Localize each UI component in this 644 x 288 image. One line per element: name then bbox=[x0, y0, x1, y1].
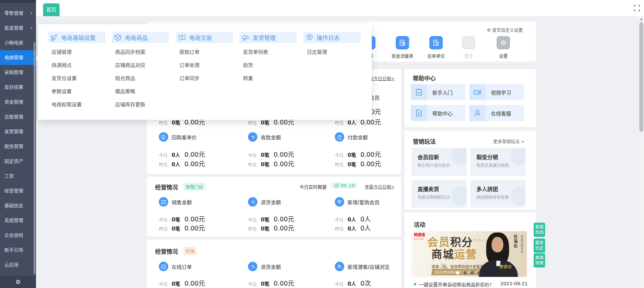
sidebar-item-fixed-assets[interactable]: 固定资产 bbox=[0, 154, 36, 169]
sidebar-item-basic-info[interactable]: 基础信息 bbox=[0, 198, 36, 213]
metric-members: 新增/复购会员 bbox=[335, 197, 380, 207]
app-cashflow[interactable]: 现金流量表 bbox=[386, 36, 419, 59]
count: 0笔 bbox=[172, 281, 181, 287]
menu-item-order-sync[interactable]: 订单同步 bbox=[179, 75, 200, 82]
megamenu-group-title: 操作日志 bbox=[317, 33, 339, 42]
activity-panel: 活动 畅捷通Chanjet POINTS MALL 会员积分 商城运营 简单3招… bbox=[404, 213, 536, 288]
float-button-desktop-shortcut[interactable]: 桌面快捷 bbox=[534, 253, 545, 267]
menu-item-express-outlets[interactable]: 快递网点 bbox=[51, 62, 72, 69]
homepage-customize-link[interactable]: ⚙ 首页自定义设置 bbox=[487, 27, 523, 33]
sidebar-settings-gear-icon[interactable]: ⚙ bbox=[0, 276, 36, 288]
metric-row: 今日0笔0.00元 bbox=[159, 280, 205, 287]
metric-sales: 销售金额 bbox=[159, 197, 192, 207]
sidebar-item-payroll[interactable]: 工资 bbox=[0, 169, 36, 183]
sidebar-item-wholesale[interactable]: 批发管理▾ bbox=[0, 21, 36, 35]
count: 0笔 bbox=[348, 161, 357, 168]
menu-item-parameter-settings[interactable]: 参数设置 bbox=[51, 88, 72, 95]
menu-item-warehouse-settings[interactable]: 发货仓设置 bbox=[51, 75, 77, 82]
tab-home[interactable]: 首页 bbox=[43, 3, 60, 16]
banner-headline-1: 会员积分 bbox=[427, 237, 473, 248]
activity-banner[interactable]: 畅捷通Chanjet POINTS MALL 会员积分 商城运营 简单3招，有效… bbox=[412, 231, 527, 277]
app-settings[interactable]: ⚙ 设置 bbox=[487, 36, 520, 59]
menu-item-store-management[interactable]: 店铺管理 bbox=[51, 49, 72, 56]
sidebar-item-purchasing[interactable]: 采购管理 bbox=[0, 65, 36, 80]
period: 昨日 bbox=[335, 226, 348, 232]
amount: 0.00元 bbox=[274, 216, 294, 222]
menu-item-original-orders[interactable]: 原始订单 bbox=[179, 49, 200, 56]
shop-metrics: 在线订单 退货金额 新增潜客/店铺浏览 今日0笔0.00元 今日0笔0.00元 … bbox=[147, 240, 401, 288]
app-empty[interactable]: icon 暂无 bbox=[452, 36, 486, 59]
count: 0笔 bbox=[261, 161, 270, 168]
metric-row: 今日0人0次 bbox=[335, 280, 371, 287]
sidebar-item-enterprise-collaboration[interactable]: 企业协同 bbox=[0, 228, 36, 243]
fullscreen-icon[interactable] bbox=[634, 5, 640, 11]
app-partners[interactable]: 往来单位 bbox=[419, 36, 453, 59]
carousel-dot[interactable] bbox=[470, 271, 474, 275]
sidebar-item-retail[interactable]: 零售管理▾ bbox=[0, 6, 36, 21]
marketing-card-title: 会员拉新 bbox=[418, 153, 439, 161]
menu-item-gift-strategy[interactable]: 赠品策略 bbox=[115, 88, 135, 95]
megamenu-group-title: 电商交易 bbox=[189, 33, 212, 42]
marketing-card-member[interactable]: 会员拉新 吸引用户成为会员 bbox=[412, 148, 467, 176]
carousel-dot[interactable] bbox=[463, 271, 467, 275]
marketing-card-livestream[interactable]: 直播卖货 场景式购物新玩法 bbox=[412, 180, 467, 208]
panel-title: 帮助中心 bbox=[413, 74, 436, 82]
help-item-getting-started[interactable]: 新手入门 bbox=[411, 84, 465, 100]
amount: 0次 bbox=[360, 280, 371, 287]
headset-agent-icon bbox=[469, 105, 486, 121]
menu-item-log-management[interactable]: 日志管理 bbox=[307, 49, 327, 56]
help-item-help-center[interactable]: 帮助中心 bbox=[411, 105, 465, 121]
float-button-community[interactable]: 服务社区 bbox=[534, 239, 545, 253]
count: 0人 bbox=[172, 161, 181, 168]
megamenu-group-title: 发货管理 bbox=[253, 33, 276, 42]
help-item-online-service[interactable]: 在线客服 bbox=[469, 105, 524, 121]
sidebar-item-system-management[interactable]: 系统管理 bbox=[0, 213, 36, 228]
caret-down-icon: ▾ bbox=[31, 21, 32, 35]
more-marketing-link[interactable]: 更多营销玩法 > bbox=[493, 138, 525, 144]
float-button-hotline[interactable]: 客服热线 bbox=[534, 223, 545, 237]
megamenu-col-logs: 操作日志 日志管理 bbox=[303, 32, 361, 43]
menu-item-weighing[interactable]: 称重 bbox=[243, 75, 253, 82]
marketing-card-title: 直播卖货 bbox=[418, 185, 439, 193]
sidebar-item-cloud-apps[interactable]: 云应用 bbox=[0, 257, 36, 272]
calendar-check-icon bbox=[159, 262, 168, 271]
page-scrollbar-thumb[interactable] bbox=[639, 22, 643, 132]
carousel-dot[interactable] bbox=[477, 271, 480, 275]
marketing-card-fission[interactable]: 裂变分销 裂变式发展分销商 bbox=[470, 148, 526, 176]
metric-visitors: 新增潜客/店铺浏览 bbox=[335, 262, 390, 271]
metric-label: 付款金额 bbox=[348, 134, 368, 141]
metric-row: 今日0人0人 bbox=[335, 216, 371, 222]
sidebar-item-xiaochang-ecommerce[interactable]: 小畅电商 bbox=[0, 35, 36, 50]
menu-item-combo-products[interactable]: 组合商品 bbox=[115, 75, 135, 82]
sidebar-item-ecommerce-management[interactable]: 电商管理 bbox=[0, 50, 36, 65]
sidebar-item-tax[interactable]: 税务管理 bbox=[0, 139, 36, 154]
metric-label: 新增/复购会员 bbox=[348, 199, 380, 206]
count: 0人 bbox=[172, 152, 181, 158]
sidebar-item-beginner-guide[interactable]: 新手引导 bbox=[0, 243, 36, 257]
carousel-dot-active[interactable] bbox=[456, 271, 459, 275]
page-scrollbar[interactable]: ▲ bbox=[639, 16, 644, 288]
menu-item-store-product-mapping[interactable]: 店铺商品对应 bbox=[115, 62, 145, 69]
menu-item-shipment-list[interactable]: 发货单列表 bbox=[243, 49, 268, 56]
customize-label: 首页自定义设置 bbox=[492, 28, 523, 33]
help-item-video[interactable]: 视频学习 bbox=[469, 84, 524, 100]
menu-item-inspection[interactable]: 验货 bbox=[243, 62, 253, 69]
sidebar-item-general-ledger[interactable]: 总账管理 bbox=[0, 109, 36, 124]
amount: 0.00元 bbox=[184, 225, 205, 231]
sidebar-item-invoices[interactable]: 发票管理 bbox=[0, 124, 36, 139]
app-label: 设置 bbox=[487, 52, 520, 59]
menu-item-product-sync[interactable]: 商品同步档案 bbox=[115, 49, 145, 56]
sidebar-menu: 零售管理▾ 批发管理▾ 小畅电商 电商管理 采购管理 库存核算 资金管理 总账管… bbox=[0, 6, 36, 272]
scroll-up-icon[interactable]: ▲ bbox=[639, 17, 644, 21]
menu-item-permission-settings[interactable]: 电商权限设置 bbox=[51, 101, 82, 108]
sidebar-item-inventory-accounting[interactable]: 库存核算 bbox=[0, 80, 36, 95]
sidebar-item-funds[interactable]: 资金管理 bbox=[0, 95, 36, 109]
marketing-card-title: 多人拼团 bbox=[476, 185, 498, 193]
sidebar-scrollbar-thumb[interactable] bbox=[34, 42, 35, 274]
menu-item-stock-update[interactable]: 店铺库存更新 bbox=[115, 101, 145, 108]
menu-item-order-processing[interactable]: 订单处理 bbox=[179, 62, 200, 69]
amount: 0.00元 bbox=[184, 280, 205, 287]
sidebar-item-business-management[interactable]: 经营管理 bbox=[0, 183, 36, 198]
news-link[interactable]: 一键设置开单自动带出商品折扣价！ bbox=[419, 281, 494, 288]
marketing-card-groupbuy[interactable]: 多人拼团 拼团购物享受优惠 bbox=[470, 180, 526, 208]
